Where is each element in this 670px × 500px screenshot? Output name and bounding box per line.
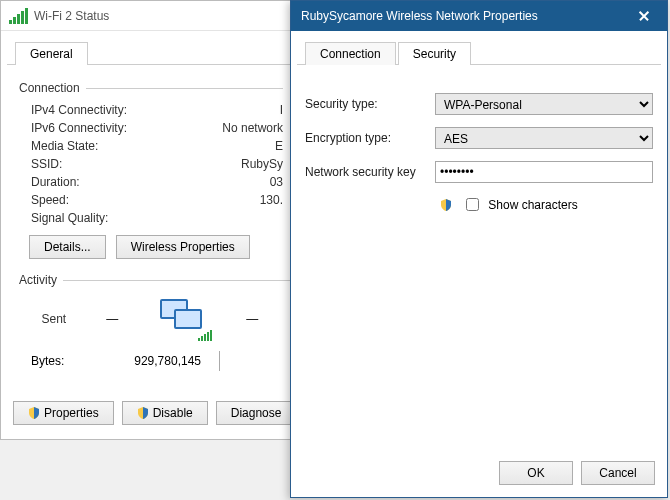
row-speed: Speed: 130. — [17, 191, 283, 209]
props-title: RubySycamore Wireless Network Properties — [301, 9, 538, 23]
tab-general[interactable]: General — [15, 42, 88, 65]
status-title: Wi-Fi 2 Status — [34, 9, 109, 23]
shield-icon — [28, 407, 40, 419]
ipv6-value: No network — [222, 121, 283, 135]
row-ipv4: IPv4 Connectivity: I — [17, 101, 283, 119]
activity-legend: Activity — [17, 273, 63, 287]
duration-label: Duration: — [31, 175, 80, 189]
wireless-properties-dialog: RubySycamore Wireless Network Properties… — [290, 0, 668, 498]
bytes-sent: 929,780,145 — [101, 354, 201, 368]
disable-button[interactable]: Disable — [122, 401, 208, 425]
bytes-label: Bytes: — [31, 354, 101, 368]
status-footer-buttons: Properties Disable Diagnose — [13, 401, 296, 425]
disable-label: Disable — [153, 406, 193, 420]
ssid-label: SSID: — [31, 157, 62, 171]
security-form: Security type: WPA-Personal Encryption t… — [305, 93, 653, 214]
row-media: Media State: E — [17, 137, 283, 155]
speed-label: Speed: — [31, 193, 69, 207]
props-footer-buttons: OK Cancel — [499, 461, 655, 485]
row-signal: Signal Quality: — [17, 209, 283, 227]
properties-button[interactable]: Properties — [13, 401, 114, 425]
row-security-type: Security type: WPA-Personal — [305, 93, 653, 115]
row-ssid: SSID: RubySy — [17, 155, 283, 173]
close-icon — [638, 10, 650, 22]
details-button[interactable]: Details... — [29, 235, 106, 259]
tab-connection[interactable]: Connection — [305, 42, 396, 65]
ipv4-label: IPv4 Connectivity: — [31, 103, 127, 117]
network-key-input[interactable] — [435, 161, 653, 183]
ssid-value: RubySy — [241, 157, 283, 171]
speed-value: 130. — [260, 193, 283, 207]
status-titlebar: Wi-Fi 2 Status — [1, 1, 299, 31]
media-value: E — [275, 139, 283, 153]
props-titlebar: RubySycamore Wireless Network Properties — [291, 1, 667, 31]
dash2: — — [246, 312, 258, 326]
signal-label: Signal Quality: — [31, 211, 108, 225]
close-button[interactable] — [621, 1, 667, 31]
dash1: — — [106, 312, 118, 326]
duration-value: 03 — [270, 175, 283, 189]
connection-buttons: Details... Wireless Properties — [29, 235, 283, 259]
wireless-properties-button[interactable]: Wireless Properties — [116, 235, 250, 259]
cancel-button[interactable]: Cancel — [581, 461, 655, 485]
network-key-label: Network security key — [305, 165, 435, 179]
row-duration: Duration: 03 — [17, 173, 283, 191]
ok-button[interactable]: OK — [499, 461, 573, 485]
connection-legend: Connection — [17, 81, 86, 95]
props-body: Security type: WPA-Personal Encryption t… — [291, 65, 667, 224]
row-encryption-type: Encryption type: AES — [305, 127, 653, 149]
bytes-separator — [219, 351, 220, 371]
props-tabs: Connection Security — [297, 35, 661, 65]
status-body: Connection IPv4 Connectivity: I IPv6 Con… — [1, 65, 299, 397]
ipv6-label: IPv6 Connectivity: — [31, 121, 127, 135]
ipv4-value: I — [280, 103, 283, 117]
row-network-key: Network security key — [305, 161, 653, 183]
security-type-select[interactable]: WPA-Personal — [435, 93, 653, 115]
sent-label: Sent — [41, 312, 66, 326]
shield-icon — [440, 199, 452, 211]
security-type-label: Security type: — [305, 97, 435, 111]
wifi-signal-icon — [9, 8, 28, 24]
show-characters-checkbox[interactable] — [466, 198, 479, 211]
properties-label: Properties — [44, 406, 99, 420]
show-characters-row: Show characters — [365, 195, 653, 214]
encryption-type-select[interactable]: AES — [435, 127, 653, 149]
network-computers-icon — [158, 299, 206, 339]
show-characters-label: Show characters — [488, 198, 577, 212]
status-tabs: General — [7, 35, 293, 65]
media-label: Media State: — [31, 139, 98, 153]
connection-group: Connection IPv4 Connectivity: I IPv6 Con… — [17, 81, 283, 263]
wifi-status-window: Wi-Fi 2 Status General Connection IPv4 C… — [0, 0, 300, 440]
tab-security[interactable]: Security — [398, 42, 471, 65]
shield-icon — [137, 407, 149, 419]
row-ipv6: IPv6 Connectivity: No network — [17, 119, 283, 137]
encryption-type-label: Encryption type: — [305, 131, 435, 145]
diagnose-button[interactable]: Diagnose — [216, 401, 297, 425]
